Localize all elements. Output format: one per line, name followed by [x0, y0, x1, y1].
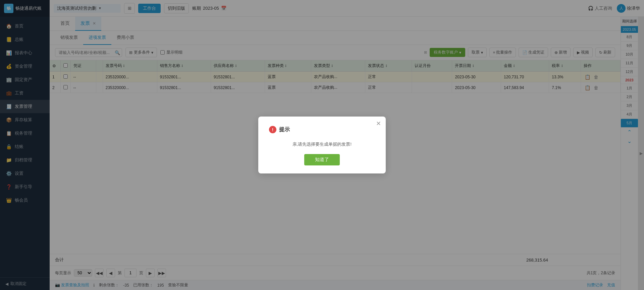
modal-confirm-button[interactable]: 知道了	[304, 154, 340, 165]
modal-overlay: ✕ ! 提示 亲,请先选择要生成单据的发票! 知道了	[0, 0, 644, 290]
modal-warning-icon: !	[269, 126, 276, 133]
modal-title: 提示	[279, 126, 290, 133]
modal-close-button[interactable]: ✕	[376, 121, 381, 127]
modal-message: 亲,请先选择要生成单据的发票!	[269, 139, 375, 154]
modal-footer: 知道了	[269, 154, 375, 165]
modal-dialog: ✕ ! 提示 亲,请先选择要生成单据的发票! 知道了	[258, 117, 386, 173]
modal-title-row: ! 提示	[269, 126, 375, 133]
